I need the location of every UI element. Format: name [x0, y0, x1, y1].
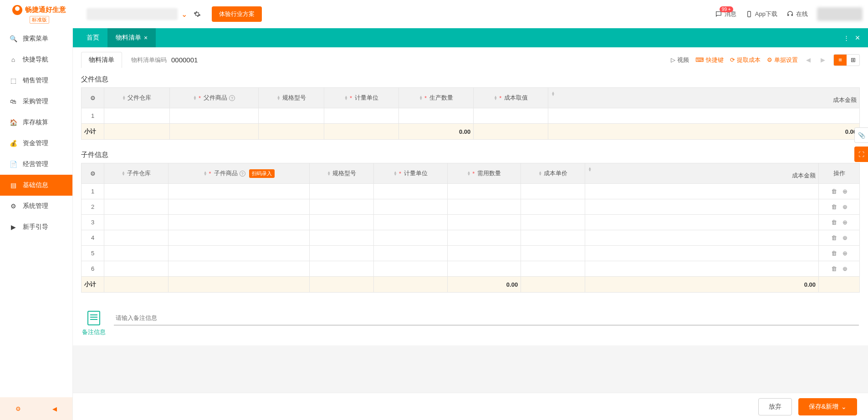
delete-icon[interactable]: 🗑 [831, 188, 837, 195]
sidebar-item-operations[interactable]: 📄经营管理 [0, 154, 72, 175]
sidebar-item-sales[interactable]: ⬚销售管理 [0, 70, 72, 91]
th-child-warehouse[interactable]: ▲▼子件仓库 [104, 163, 168, 184]
th-parent-spec[interactable]: ▲▼规格型号 [259, 88, 324, 108]
extract-cost-link[interactable]: ⟳提取成本 [730, 56, 761, 64]
add-row-icon[interactable]: ⊕ [842, 188, 848, 195]
cell-parent-qty[interactable] [399, 108, 474, 124]
th-parent-product[interactable]: ▲▼*父件商品? [169, 88, 259, 108]
th-child-unit-cost[interactable]: ▲▼成本单价 [521, 163, 585, 184]
cell-child-qty[interactable] [447, 184, 521, 199]
sidebar-item-funds[interactable]: 💰资金管理 [0, 133, 72, 154]
parent-row[interactable]: 1 [82, 108, 860, 124]
cell-child-qty[interactable] [447, 261, 521, 277]
sidebar-collapse-icon[interactable]: ◀ [52, 405, 57, 412]
cell-child-qty[interactable] [447, 246, 521, 261]
cell-child-unit-cost[interactable] [521, 215, 585, 230]
cell-child-unit-cost[interactable] [521, 261, 585, 277]
prev-doc-icon[interactable]: ◀ [804, 56, 812, 63]
delete-icon[interactable]: 🗑 [831, 234, 837, 241]
cell-child-unit[interactable] [374, 215, 447, 230]
child-row[interactable]: 1🗑⊕ [82, 184, 860, 199]
cell-child-unit[interactable] [374, 246, 447, 261]
cell-child-cost-amount[interactable] [585, 261, 819, 277]
sidebar-item-system[interactable]: ⚙系统管理 [0, 196, 72, 217]
view-list-icon[interactable]: ≡ [834, 55, 847, 66]
cell-child-product[interactable] [168, 246, 310, 261]
cell-parent-warehouse[interactable] [104, 108, 170, 124]
cell-child-cost-amount[interactable] [585, 246, 819, 261]
delete-icon[interactable]: 🗑 [831, 219, 837, 226]
online-support-link[interactable]: 在线 [786, 10, 808, 18]
cell-child-cost-amount[interactable] [585, 199, 819, 215]
cell-parent-product[interactable] [169, 108, 259, 124]
th-parent-warehouse[interactable]: ▲▼父件仓库 [104, 88, 170, 108]
attachment-icon[interactable]: 📎 [854, 127, 868, 143]
child-row[interactable]: 2🗑⊕ [82, 199, 860, 215]
scan-entry-badge[interactable]: 扫码录入 [249, 169, 275, 178]
video-link[interactable]: ▷视频 [671, 56, 689, 64]
logo[interactable]: 畅捷通好生意 标准版 [5, 5, 73, 24]
cell-parent-cost-amount[interactable] [548, 108, 860, 124]
cell-child-warehouse[interactable] [104, 199, 168, 215]
cell-child-warehouse[interactable] [104, 215, 168, 230]
tabs-menu-icon[interactable]: ⋮ [842, 35, 851, 41]
add-row-icon[interactable]: ⊕ [842, 234, 848, 241]
cell-child-cost-amount[interactable] [585, 230, 819, 246]
user-avatar-blurred[interactable] [817, 7, 863, 21]
cell-child-unit-cost[interactable] [521, 230, 585, 246]
th-child-unit[interactable]: ▲▼*计量单位 [374, 163, 447, 184]
cell-child-unit-cost[interactable] [521, 246, 585, 261]
delete-icon[interactable]: 🗑 [831, 203, 837, 210]
cta-button[interactable]: 体验行业方案 [212, 6, 262, 22]
delete-icon[interactable]: 🗑 [831, 250, 837, 257]
cell-child-spec[interactable] [310, 230, 374, 246]
sidebar-item-purchase[interactable]: 🛍采购管理 [0, 91, 72, 112]
cell-child-unit[interactable] [374, 230, 447, 246]
th-child-qty[interactable]: ▲▼*需用数量 [447, 163, 521, 184]
add-row-icon[interactable]: ⊕ [842, 265, 848, 272]
child-row[interactable]: 4🗑⊕ [82, 230, 860, 246]
cell-child-qty[interactable] [447, 230, 521, 246]
cell-child-spec[interactable] [310, 199, 374, 215]
help-icon[interactable]: ? [229, 95, 235, 101]
doc-type-tab[interactable]: 物料清单 [81, 52, 122, 68]
cell-parent-spec[interactable] [259, 108, 324, 124]
company-selector[interactable]: ⌄ [87, 8, 187, 20]
cell-child-warehouse[interactable] [104, 246, 168, 261]
th-parent-costbasis[interactable]: ▲▼*成本取值 [474, 88, 548, 108]
cell-child-qty[interactable] [447, 215, 521, 230]
th-parent-cost-amount[interactable]: ▲▼成本金额 [548, 88, 860, 108]
cell-child-unit-cost[interactable] [521, 184, 585, 199]
sidebar-item-quicknav[interactable]: ⌂快捷导航 [0, 49, 72, 70]
th-gear[interactable]: ⚙ [82, 88, 104, 108]
sidebar-item-basicinfo[interactable]: ▤基础信息 [0, 175, 72, 196]
child-row[interactable]: 6🗑⊕ [82, 261, 860, 277]
tabs-close-all-icon[interactable]: × [851, 33, 864, 43]
cell-child-product[interactable] [168, 199, 310, 215]
th-child-cost-amount[interactable]: ▲▼成本金额 [585, 163, 819, 184]
shortcut-link[interactable]: ⌨快捷键 [695, 56, 724, 64]
cell-child-cost-amount[interactable] [585, 215, 819, 230]
cell-child-qty[interactable] [447, 199, 521, 215]
sidebar-settings-icon[interactable]: ⚙ [15, 405, 21, 412]
cell-child-spec[interactable] [310, 215, 374, 230]
cell-parent-costbasis[interactable] [474, 108, 548, 124]
cell-child-unit[interactable] [374, 199, 447, 215]
cell-child-cost-amount[interactable] [585, 184, 819, 199]
close-icon[interactable]: × [144, 34, 148, 41]
cell-child-product[interactable] [168, 215, 310, 230]
messages-link[interactable]: 消息 99 + [715, 10, 736, 18]
help-icon[interactable]: ? [240, 171, 245, 177]
chevron-down-icon[interactable]: ⌄ [181, 10, 187, 19]
discard-button[interactable]: 放弃 [758, 398, 792, 415]
cell-child-product[interactable] [168, 230, 310, 246]
sidebar-item-search[interactable]: 🔍搜索菜单 [0, 28, 72, 49]
cell-child-spec[interactable] [310, 246, 374, 261]
view-grid-icon[interactable]: ⊞ [847, 55, 859, 66]
delete-icon[interactable]: 🗑 [831, 265, 837, 272]
next-doc-icon[interactable]: ▶ [819, 56, 827, 63]
cell-child-warehouse[interactable] [104, 261, 168, 277]
th-child-spec[interactable]: ▲▼规格型号 [310, 163, 374, 184]
tab-bom[interactable]: 物料清单 × [107, 28, 156, 47]
settings-gear-button[interactable] [192, 9, 203, 20]
